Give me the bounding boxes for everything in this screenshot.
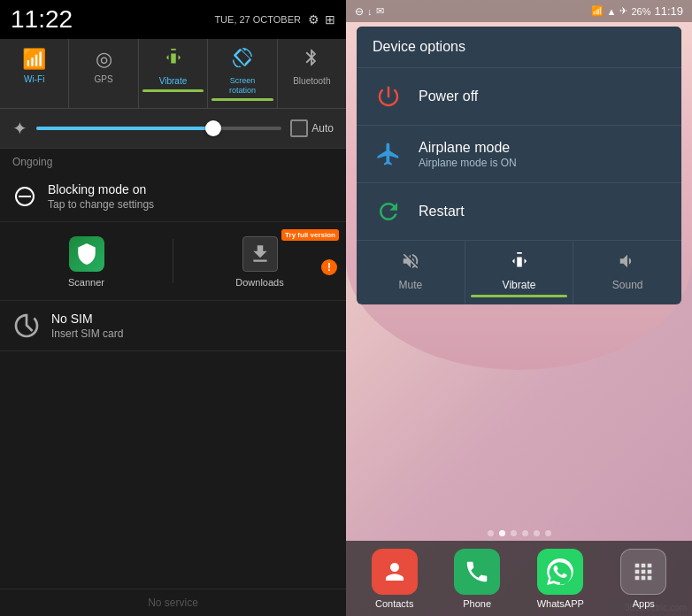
- no-sim-subtitle: Insert SIM card: [51, 327, 334, 340]
- phone-dock-item[interactable]: Phone: [454, 549, 500, 609]
- scanner-label: Scanner: [68, 277, 104, 288]
- toggle-wifi[interactable]: 📶 Wi-Fi: [0, 39, 69, 108]
- auto-label: Auto: [311, 122, 334, 135]
- no-sim-text: No SIM Insert SIM card: [51, 312, 334, 340]
- right-status-icons-left: ⊖ ↓ ✉: [355, 5, 384, 18]
- battery-text: 26%: [631, 6, 650, 17]
- status-right: TUE, 27 OCTOBER ⚙ ⊞: [214, 12, 335, 27]
- restart-icon: [373, 196, 404, 227]
- downloads-alert-badge: !: [321, 259, 337, 275]
- vibrate-mode-icon: [510, 251, 529, 275]
- scanner-icon: [69, 236, 104, 272]
- settings-icon[interactable]: ⚙: [308, 12, 319, 27]
- brightness-slider[interactable]: [36, 127, 281, 130]
- device-options-modal: Device options Power off Airplane mode A…: [357, 27, 681, 304]
- phone-icon: [454, 549, 500, 595]
- airplane-mode-subtitle: Airplane mode is ON: [419, 157, 665, 169]
- right-time-display: 11:19: [654, 4, 683, 18]
- right-panel: ✦ ★ ✦ ⊖ ↓ ✉ 📶 ▲ ✈ 26% 11:19 Device optio…: [346, 0, 692, 616]
- apps-icon: [620, 549, 666, 595]
- restart-text: Restart: [419, 204, 665, 219]
- downloads-icon-wrapper: [241, 235, 280, 273]
- whatsapp-icon: [537, 549, 583, 595]
- auto-checkbox[interactable]: [290, 119, 308, 137]
- dot-1[interactable]: [499, 530, 505, 536]
- brightness-row: ✦ Auto: [0, 109, 346, 149]
- mute-icon: [401, 251, 420, 275]
- time-display: 11:22: [11, 5, 73, 34]
- contacts-dock-item[interactable]: Contacts: [372, 549, 418, 609]
- no-sim-notification[interactable]: No SIM Insert SIM card: [0, 301, 346, 351]
- dot-5[interactable]: [545, 530, 551, 536]
- bluetooth-icon: [302, 48, 321, 73]
- wifi-status-icon: ▲: [607, 6, 617, 17]
- power-off-option[interactable]: Power off: [357, 67, 681, 125]
- phone-label: Phone: [463, 598, 491, 609]
- sound-modes-row: Mute Vibrate Sound: [357, 240, 681, 304]
- brightness-icon: ✦: [12, 118, 27, 139]
- service-status: No service: [148, 597, 198, 609]
- dot-2[interactable]: [511, 530, 517, 536]
- whatsapp-label: WhatsAPP: [537, 598, 584, 609]
- airplane-mode-option[interactable]: Airplane mode Airplane mode is ON: [357, 125, 681, 182]
- gps-label: GPS: [95, 74, 113, 85]
- rotation-icon: [233, 48, 252, 73]
- apps-dock-item[interactable]: Apps: [620, 549, 666, 609]
- mute-mode-button[interactable]: Mute: [357, 241, 465, 304]
- app-row: Scanner Try full version Downloads !: [0, 222, 346, 301]
- vibrate-mode-label: Vibrate: [503, 279, 536, 291]
- bluetooth-label: Bluetooth: [293, 76, 330, 87]
- status-icons: ⚙ ⊞: [308, 12, 335, 27]
- dot-3[interactable]: [522, 530, 528, 536]
- vibrate-label: Vibrate: [159, 76, 188, 87]
- vibrate-mode-button[interactable]: Vibrate: [465, 241, 574, 304]
- no-sim-title: No SIM: [51, 312, 334, 326]
- mail-icon: ✉: [376, 5, 384, 17]
- right-dock: Contacts Phone WhatsAPP: [346, 541, 692, 616]
- downloads-icon: [242, 236, 278, 272]
- whatsapp-dock-item[interactable]: WhatsAPP: [537, 549, 584, 609]
- downloads-app-item[interactable]: Try full version Downloads !: [173, 227, 346, 295]
- restart-label: Restart: [419, 204, 665, 219]
- status-bar-right: ⊖ ↓ ✉ 📶 ▲ ✈ 26% 11:19: [346, 0, 692, 22]
- grid-icon[interactable]: ⊞: [325, 12, 335, 27]
- scanner-app-item[interactable]: Scanner: [0, 227, 173, 295]
- dot-0[interactable]: [488, 530, 494, 536]
- blocking-mode-title: Blocking mode on: [48, 182, 334, 196]
- toggle-gps[interactable]: ◎ GPS: [69, 39, 138, 108]
- mute-label: Mute: [398, 279, 422, 291]
- downloads-label: Downloads: [235, 277, 283, 288]
- blocking-mode-notification[interactable]: Blocking mode on Tap to change settings: [0, 172, 346, 222]
- bottom-service-bar: No service: [0, 589, 346, 616]
- right-status-icons-right: 📶 ▲ ✈ 26% 11:19: [591, 4, 683, 18]
- toggle-screen-rotation[interactable]: Screen rotation: [208, 39, 277, 108]
- power-off-text: Power off: [419, 89, 665, 104]
- signal-icon: 📶: [591, 5, 604, 17]
- dot-4[interactable]: [534, 530, 540, 536]
- wifi-label: Wi-Fi: [24, 74, 44, 85]
- minus-icon: ⊖: [355, 5, 364, 18]
- airplane-mode-text: Airplane mode Airplane mode is ON: [419, 140, 665, 169]
- screen-rotation-label: Screen rotation: [229, 76, 256, 96]
- toggle-vibrate[interactable]: Vibrate: [139, 39, 208, 108]
- vibrate-icon: [164, 48, 183, 73]
- auto-brightness-toggle[interactable]: Auto: [290, 119, 334, 137]
- brightness-fill: [36, 127, 213, 130]
- sound-mode-button[interactable]: Sound: [573, 241, 681, 304]
- airplane-mode-icon: [373, 138, 404, 170]
- toggle-bluetooth[interactable]: Bluetooth: [278, 39, 346, 108]
- sound-label: Sound: [612, 279, 643, 291]
- scanner-icon-wrapper: [67, 235, 106, 273]
- blocking-mode-icon: [12, 184, 37, 209]
- restart-option[interactable]: Restart: [357, 182, 681, 240]
- vibrate-active-indicator: [471, 295, 568, 297]
- power-off-icon: [373, 81, 404, 112]
- date-display: TUE, 27 OCTOBER: [214, 14, 301, 25]
- brightness-thumb[interactable]: [205, 120, 221, 136]
- power-off-label: Power off: [419, 89, 665, 104]
- try-full-badge: Try full version: [281, 229, 339, 241]
- blocking-mode-subtitle: Tap to change settings: [48, 198, 334, 211]
- page-dots: [346, 530, 692, 536]
- quick-toggles-row: 📶 Wi-Fi ◎ GPS Vibrate Screen ro: [0, 39, 346, 109]
- device-options-title: Device options: [357, 27, 681, 67]
